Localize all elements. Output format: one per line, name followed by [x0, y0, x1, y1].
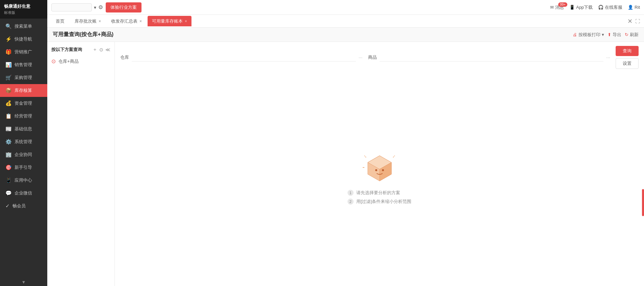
tab-0[interactable]: 首页: [51, 16, 69, 26]
empty-tip-2: 2 用[过滤]条件来缩小分析范围: [347, 199, 411, 205]
sidebar-scroll-down[interactable]: ▼: [0, 278, 47, 286]
main-content: ▾ ⚙ 体验行业方案 ✉ 消息 99+ 📱 App下载 🎧 在线客服 👤 Rit: [47, 0, 644, 286]
tab-1[interactable]: 库存批次账×: [70, 16, 105, 26]
sidebar-item-search[interactable]: 🔍搜索菜单: [0, 20, 47, 33]
print-btn[interactable]: 🖨 按模板打印 ▾: [573, 32, 604, 38]
sidebar-item-inventory[interactable]: 📦库存核算: [0, 84, 47, 97]
sidebar-item-app-center[interactable]: 📱应用中心: [0, 174, 47, 187]
refresh-label: 刷新: [630, 32, 639, 38]
topbar-app-download[interactable]: 📱 App下载: [569, 4, 593, 10]
user-name: Rit: [635, 5, 640, 10]
empty-tip-1: 1 请先选择要分析的方案: [347, 190, 411, 196]
tabs-bar: 首页库存批次账×收发存汇总表×可用量库存账本× ✕ ⛶: [47, 15, 644, 28]
nav-label-enterprise: 企业协同: [15, 152, 32, 158]
empty-illustration: [363, 151, 396, 184]
scheme-icon: ⊙: [51, 58, 56, 64]
sidebar-item-system[interactable]: ⚙️系统管理: [0, 135, 47, 148]
add-scheme-btn[interactable]: ＋: [93, 47, 97, 53]
product-field: 商品 ···: [368, 53, 611, 61]
tabs-right: ✕ ⛶: [627, 18, 640, 25]
svg-point-4: [382, 169, 384, 171]
sidebar-item-enterprise[interactable]: 🏢企业协同: [0, 148, 47, 161]
topbar-gear-btn[interactable]: ⚙: [98, 4, 103, 10]
empty-state: 1 请先选择要分析的方案 2 用[过滤]条件来缩小分析范围: [120, 73, 639, 282]
sidebar-item-sales[interactable]: 📊销售管理: [0, 58, 47, 71]
nav-label-operations: 经营管理: [15, 113, 32, 119]
nav-label-app-center: 应用中心: [15, 177, 32, 183]
nav-label-onboarding: 新手引导: [15, 164, 32, 171]
sidebar-item-quick-nav[interactable]: ⚡快捷导航: [0, 33, 47, 46]
tab-label-3: 可用量库存账本: [152, 18, 183, 24]
topbar-dropdown-btn[interactable]: ▾: [94, 5, 96, 10]
topbar-msg[interactable]: ✉ 消息 99+: [550, 4, 564, 10]
warehouse-more-btn[interactable]: ···: [359, 55, 363, 60]
filter-header-actions: ＋ ⊙ ≪: [93, 47, 110, 53]
brand-name: 畅康通好生意: [4, 3, 43, 9]
page-title: 可用量查询(按仓库+商品): [53, 31, 113, 38]
solution-btn[interactable]: 体验行业方案: [106, 2, 141, 12]
nav-label-sales: 销售管理: [15, 62, 32, 68]
sidebar-item-wechat[interactable]: 💬企业微信: [0, 187, 47, 200]
topbar-search-input[interactable]: [51, 3, 92, 11]
product-more-btn[interactable]: ···: [606, 55, 610, 60]
sidebar-item-basic-info[interactable]: 📰基础信息: [0, 123, 47, 135]
filter-title: 按以下方案查询: [51, 47, 82, 53]
nav-label-system: 系统管理: [15, 139, 32, 145]
app-label: App下载: [576, 4, 593, 10]
export-btn[interactable]: ⬆ 导出: [608, 32, 621, 38]
tab-3[interactable]: 可用量库存账本×: [148, 16, 191, 26]
sidebar-header: 畅康通好生意 标准版: [0, 0, 47, 19]
close-tab-btn[interactable]: ✕: [627, 18, 633, 25]
print-label: 按模板打印: [578, 32, 600, 38]
nav-icon-sales: 📊: [5, 62, 12, 68]
nav-icon-quick-nav: ⚡: [5, 36, 12, 42]
filter-scheme-item[interactable]: ⊙ 仓库+商品: [47, 55, 114, 67]
sidebar-nav: 🔍搜索菜单⚡快捷导航🎁营销推广📊销售管理🛒采购管理📦库存核算💰资金管理📋经营管理…: [0, 19, 47, 278]
query-panel: 仓库 ··· 商品 ··· 查询 设置: [115, 42, 644, 286]
filter-header: 按以下方案查询 ＋ ⊙ ≪: [47, 45, 114, 55]
nav-icon-operations: 📋: [5, 113, 12, 119]
tab-2[interactable]: 收发存汇总表×: [107, 16, 146, 26]
nav-label-finance: 资金管理: [15, 100, 32, 106]
settings-btn[interactable]: 设置: [616, 58, 639, 69]
topbar-user[interactable]: 👤 Rit: [628, 5, 640, 10]
scheme-label: 仓库+商品: [58, 58, 79, 64]
sidebar-item-vip[interactable]: ✓畅会员: [0, 200, 47, 212]
tab-close-2[interactable]: ×: [139, 19, 142, 24]
collapse-panel-btn[interactable]: ≪: [105, 47, 110, 53]
nav-label-marketing: 营销推广: [15, 49, 32, 55]
warehouse-input[interactable]: [132, 53, 356, 61]
settings-scheme-btn[interactable]: ⊙: [99, 47, 103, 53]
sidebar-item-finance[interactable]: 💰资金管理: [0, 97, 47, 110]
sidebar-item-onboarding[interactable]: 🎯新手引导: [0, 161, 47, 174]
print-dropdown-icon: ▾: [602, 32, 604, 37]
nav-icon-inventory: 📦: [5, 87, 12, 94]
nav-icon-search: 🔍: [5, 23, 12, 29]
sidebar-item-marketing[interactable]: 🎁营销推广: [0, 46, 47, 58]
refresh-btn[interactable]: ↻ 刷新: [625, 32, 639, 38]
msg-badge: 99+: [558, 2, 567, 7]
sidebar-item-operations[interactable]: 📋经营管理: [0, 110, 47, 123]
sidebar-item-purchase[interactable]: 🛒采购管理: [0, 71, 47, 84]
nav-label-purchase: 采购管理: [15, 75, 32, 81]
product-input[interactable]: [380, 53, 604, 61]
export-icon: ⬆: [608, 32, 611, 37]
tab-close-1[interactable]: ×: [99, 19, 101, 24]
sidebar: 畅康通好生意 标准版 🔍搜索菜单⚡快捷导航🎁营销推广📊销售管理🛒采购管理📦库存核…: [0, 0, 47, 286]
warehouse-field: 仓库 ···: [120, 53, 363, 61]
query-btn[interactable]: 查询: [616, 46, 639, 56]
tip2-text: 用[过滤]条件来缩小分析范围: [356, 199, 411, 205]
product-label: 商品: [368, 54, 377, 60]
nav-label-search: 搜索菜单: [15, 23, 32, 29]
tab-label-0: 首页: [56, 18, 65, 24]
nav-icon-vip: ✓: [5, 203, 10, 209]
nav-icon-marketing: 🎁: [5, 49, 12, 55]
right-scrollbar[interactable]: [642, 189, 644, 216]
service-label: 在线客服: [605, 4, 622, 10]
empty-tips: 1 请先选择要分析的方案 2 用[过滤]条件来缩小分析范围: [347, 190, 411, 205]
topbar-online-service[interactable]: 🎧 在线客服: [598, 4, 622, 10]
expand-btn[interactable]: ⛶: [635, 19, 640, 24]
nav-label-wechat: 企业微信: [15, 190, 32, 196]
tab-close-3[interactable]: ×: [185, 19, 187, 24]
nav-icon-onboarding: 🎯: [5, 164, 12, 171]
